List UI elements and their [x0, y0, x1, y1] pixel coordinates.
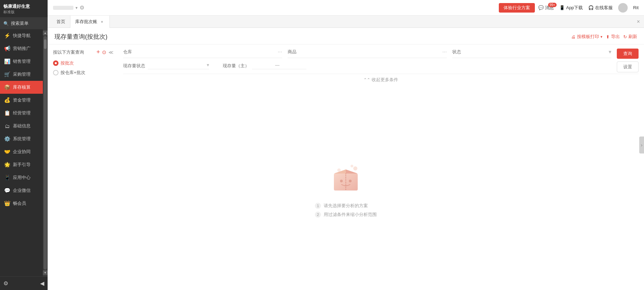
app-name: 畅康通好生意: [3, 3, 44, 10]
sidebar-item-enterprise[interactable]: 🤝 企业协同: [0, 145, 43, 158]
inventory-qty-group: 现存量（主） —: [223, 62, 306, 69]
app-center-icon: 📱: [4, 175, 10, 181]
empty-tips: 1 请先选择要分析的方案 2 用过滤条件来缩小分析范围: [315, 203, 377, 218]
main-area: ▾ ⚙ 体验行业方案 💬 消息 99+ 📱 App下载 🎧 在线客服 Rit 首: [48, 0, 644, 290]
scheme-item-by-warehouse-batch[interactable]: 按仓库+批次: [53, 68, 114, 77]
enterprise-icon: 🤝: [4, 149, 10, 155]
product-more-button[interactable]: ···: [441, 49, 447, 55]
search-icon: 🔍: [3, 21, 9, 26]
user-avatar[interactable]: [618, 3, 628, 13]
scheme-add-button[interactable]: +: [96, 49, 100, 56]
inventory-status-dropdown-icon[interactable]: ▾: [207, 62, 209, 68]
sidebar-item-finance-label: 资金管理: [13, 97, 31, 103]
inventory-qty-to-input[interactable]: [282, 62, 303, 68]
product-filter-label: 商品: [288, 49, 296, 55]
filter-settings-button[interactable]: 设置: [617, 61, 639, 72]
panel-close-button[interactable]: ×: [637, 19, 640, 25]
warehouse-more-button[interactable]: ···: [276, 49, 282, 55]
svg-point-4: [353, 166, 357, 170]
inventory-qty-from-input[interactable]: [252, 62, 272, 68]
print-label: 按模板打印: [577, 34, 599, 40]
export-icon: ⬆: [606, 34, 610, 39]
sidebar-item-member[interactable]: 👑 畅会员: [0, 197, 43, 210]
empty-tip-1: 1 请先选择要分析的方案: [315, 203, 377, 209]
status-dropdown-icon[interactable]: ▾: [609, 49, 611, 55]
app-download-button[interactable]: 📱 App下载: [559, 5, 583, 11]
online-service-button[interactable]: 🎧 在线客服: [588, 5, 613, 11]
filter-fields-area: 仓库 ··· 商品 ··· 状态: [123, 49, 611, 71]
sidebar-item-newbie[interactable]: 🌟 新手引导: [0, 158, 43, 171]
refresh-button[interactable]: ↻ 刷新: [623, 34, 637, 40]
inventory-status-label: 现存量状态: [123, 63, 145, 69]
app-version: 标准版: [3, 10, 44, 15]
sidebar-item-operation[interactable]: 📋 经营管理: [0, 107, 43, 120]
system-icon: ⚙️: [4, 136, 10, 142]
empty-tip-2: 2 用过滤条件来缩小分析范围: [315, 212, 377, 218]
enterprise-wechat-icon: 💬: [4, 187, 10, 194]
collapse-more-label: 收起更多条件: [372, 77, 398, 83]
sidebar-item-system[interactable]: ⚙️ 系统管理: [0, 132, 43, 145]
svg-point-8: [349, 180, 352, 182]
scheme-item-by-batch[interactable]: 按批次: [53, 58, 114, 68]
sidebar-item-finance[interactable]: 💰 资金管理: [0, 94, 43, 107]
query-button[interactable]: 查询: [617, 49, 639, 59]
chevron-down-icon[interactable]: ▾: [75, 5, 78, 10]
collapse-more-button[interactable]: ⌃⌃ 收起更多条件: [123, 74, 639, 84]
sidebar-scroll-up-btn[interactable]: ▲: [43, 31, 48, 35]
sidebar-item-inventory[interactable]: 📦 库存核算: [0, 81, 43, 94]
filter-scheme-title: 按以下方案查询: [53, 49, 84, 55]
empty-state: 1 请先选择要分析的方案 2 用过滤条件来缩小分析范围: [48, 84, 644, 290]
messages-button[interactable]: 💬 消息 99+: [538, 5, 554, 11]
marketing-icon: 📢: [4, 46, 10, 52]
filter-scheme-panel: 按以下方案查询 + ⊙ ≪ 按批次 按仓库+批次: [53, 49, 118, 84]
status-filter-group: 状态 ▾: [452, 49, 611, 58]
sidebar-item-inventory-label: 库存核算: [13, 84, 31, 90]
right-panel-close-handle[interactable]: ›: [639, 137, 644, 153]
sidebar-item-basic-label: 基础信息: [13, 123, 31, 129]
username-label[interactable]: Rit: [633, 5, 639, 10]
sidebar-search[interactable]: 🔍 搜索菜单: [0, 18, 48, 29]
empty-tip-1-text: 请先选择要分析的方案: [324, 203, 368, 209]
sidebar-item-quick-nav[interactable]: ⚡ 快捷导航: [0, 29, 43, 42]
sidebar-settings-btn[interactable]: ⚙: [3, 280, 8, 287]
sidebar-item-purchase-label: 采购管理: [13, 71, 31, 77]
scheme-active-indicator: [53, 60, 58, 66]
sidebar-item-app-center[interactable]: 📱 应用中心: [0, 171, 43, 184]
tab-home[interactable]: 首页: [52, 16, 70, 28]
sidebar-item-marketing[interactable]: 📢 营销推广: [0, 42, 43, 55]
breadcrumb-text: [53, 6, 73, 10]
tab-close-button[interactable]: ×: [99, 19, 105, 24]
warehouse-filter-input[interactable]: [135, 49, 276, 54]
warehouse-filter-label: 仓库: [123, 49, 132, 55]
sidebar-scroll-down-btn[interactable]: ▼: [43, 270, 48, 275]
empty-state-icon: [325, 157, 366, 197]
breadcrumb: ▾ ⚙: [53, 4, 495, 11]
refresh-icon: ↻: [623, 34, 627, 39]
scheme-collapse-button[interactable]: ≪: [108, 50, 114, 55]
filter-action-buttons: 查询 设置: [617, 49, 639, 72]
sidebar-item-purchase[interactable]: 🛒 采购管理: [0, 68, 43, 81]
tabs-bar: 首页 库存批次账 × ×: [48, 16, 644, 28]
scheme-settings-button[interactable]: ⊙: [102, 49, 106, 55]
tab-inventory-batch[interactable]: 库存批次账 ×: [70, 16, 110, 28]
trial-button[interactable]: 体验行业方案: [499, 3, 535, 13]
tip-number-2: 2: [315, 212, 321, 218]
message-icon: 💬: [538, 5, 544, 10]
print-chevron-down-icon[interactable]: ▾: [600, 35, 603, 39]
sidebar: 畅康通好生意 标准版 🔍 搜索菜单 ⚡ 快捷导航 📢 营销推广 📊 销售管理 🛒…: [0, 0, 48, 290]
product-filter-input[interactable]: [299, 49, 441, 54]
gear-icon[interactable]: ⚙: [80, 4, 84, 11]
tab-inventory-batch-label: 库存批次账: [75, 19, 97, 25]
sidebar-item-sales[interactable]: 📊 销售管理: [0, 55, 43, 68]
page-header: 现存量查询(按批次) 🖨 按模板打印 ▾ ⬆ 导出 ↻ 刷新: [48, 28, 644, 44]
sidebar-collapse-btn[interactable]: ◀: [40, 280, 44, 287]
sidebar-item-basic[interactable]: 🗂 基础信息: [0, 120, 43, 132]
sidebar-item-enterprise-wechat[interactable]: 💬 企业微信: [0, 184, 43, 197]
filter-fields-panel: 仓库 ··· 商品 ··· 状态: [118, 49, 639, 84]
export-button[interactable]: ⬆ 导出: [606, 34, 620, 40]
topbar-right: 💬 消息 99+ 📱 App下载 🎧 在线客服 Rit: [538, 3, 639, 13]
member-icon: 👑: [4, 200, 10, 206]
inventory-qty-dash: —: [275, 62, 279, 68]
print-button[interactable]: 🖨 按模板打印 ▾: [571, 34, 603, 40]
sidebar-item-marketing-label: 营销推广: [13, 46, 31, 52]
